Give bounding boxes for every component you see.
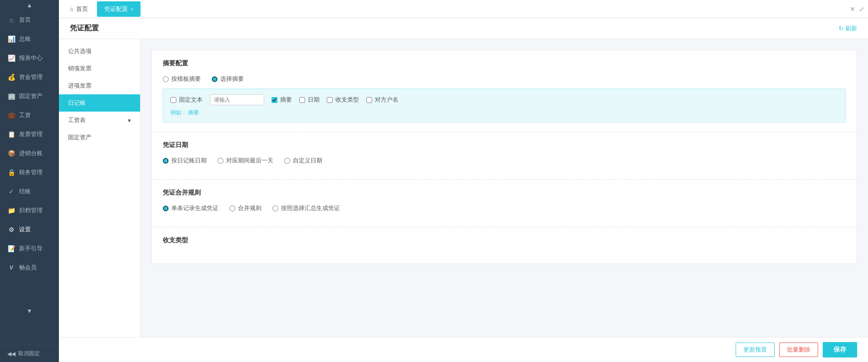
sidebar-item-assets[interactable]: 🏢 固定资产 — [0, 87, 59, 106]
voucher-date-radio-group: 按日记账日期 对应期间最后一天 自定义日期 — [163, 157, 846, 165]
ledger-icon: 📊 — [7, 35, 15, 43]
salary-icon: 💼 — [7, 112, 15, 119]
date-custom-radio-label[interactable]: 自定义日期 — [284, 157, 322, 165]
voucher-date-title: 凭证日期 — [163, 141, 846, 149]
date-custom-radio[interactable] — [284, 158, 290, 164]
merge-summary-radio[interactable] — [272, 205, 278, 211]
abstract-template-radio[interactable] — [163, 76, 169, 82]
tab-home[interactable]: ⌂ 首页 — [63, 1, 95, 17]
page-header: 凭证配置 ↻ 刷新 — [59, 18, 868, 39]
merge-single-radio-label[interactable]: 单条记录生成凭证 — [163, 204, 218, 212]
date-last-day-radio-label[interactable]: 对应期间最后一天 — [218, 157, 273, 165]
config-wrapper: 摘要配置 按模板摘要 选择摘要 — [151, 50, 857, 264]
sidebar-item-reports[interactable]: 📈 报表中心 — [0, 49, 59, 68]
income-type-section: 收支类型 — [152, 227, 857, 264]
left-nav: 公共选项 销项发票 进项发票 日记账 工资表 ▾ 固定资产 — [59, 39, 141, 337]
sidebar-item-funds[interactable]: 💰 资金管理 — [0, 68, 59, 87]
nav-item-fixed-assets[interactable]: 固定资产 — [59, 129, 140, 146]
nav-item-public[interactable]: 公共选项 — [59, 43, 140, 60]
merge-rule-radio[interactable] — [229, 205, 235, 211]
content-area: 凭证配置 ↻ 刷新 公共选项 销项发票 进项发票 日记账 — [59, 18, 868, 362]
date-journal-radio-label[interactable]: 按日记账日期 — [163, 157, 207, 165]
nav-item-journal[interactable]: 日记账 — [59, 94, 140, 112]
tab-voucher-config[interactable]: 凭证配置 × — [97, 1, 141, 17]
counterpart-checkbox-label[interactable]: 对方户名 — [366, 96, 398, 104]
home-icon: ⌂ — [7, 16, 15, 24]
nav-item-sales-invoice[interactable]: 销项发票 — [59, 60, 140, 77]
sidebar-item-tax[interactable]: 🔒 税务管理 — [0, 163, 59, 182]
batch-delete-button[interactable]: 批量删除 — [779, 342, 818, 357]
refresh-button[interactable]: ↻ 刷新 — [839, 24, 857, 33]
footer-bar: 更新预置 批量删除 保存 — [59, 337, 868, 362]
tax-icon: 🔒 — [7, 169, 15, 176]
abstract-radio-template[interactable]: 按模板摘要 — [163, 75, 201, 83]
pin-icon: ◀◀ — [7, 351, 15, 357]
save-button[interactable]: 保存 — [823, 342, 857, 357]
sidebar-scroll-up[interactable]: ▲ — [0, 0, 59, 10]
sidebar-item-purchase-sale[interactable]: 📦 进销台账 — [0, 144, 59, 163]
date-last-day-radio[interactable] — [218, 158, 223, 164]
sidebar-item-member[interactable]: V 畅会员 — [0, 258, 59, 277]
sidebar-item-ledger[interactable]: 📊 总账 — [0, 29, 59, 49]
merge-rule-radio-label[interactable]: 合并规则 — [229, 204, 262, 212]
closing-icon: ✓ — [7, 188, 15, 195]
tab-close-icon[interactable]: × — [131, 6, 133, 12]
abstract-radio-group: 按模板摘要 选择摘要 — [163, 75, 846, 83]
fixed-text-input[interactable] — [210, 94, 264, 105]
sidebar-item-invoice-mgmt[interactable]: 📋 发票管理 — [0, 125, 59, 144]
archive-icon: 📁 — [7, 207, 15, 214]
guide-icon: 📝 — [7, 245, 15, 252]
tab-bar: ⌂ 首页 凭证配置 × ✕ ⤢ — [59, 0, 868, 18]
member-icon: V — [7, 264, 15, 271]
sidebar-item-settings[interactable]: ⚙ 设置 — [0, 220, 59, 239]
abstract-select-radio[interactable] — [212, 76, 218, 82]
date-journal-radio[interactable] — [163, 158, 169, 164]
abstract-section: 摘要配置 按模板摘要 选择摘要 — [152, 50, 857, 132]
refresh-icon: ↻ — [839, 25, 844, 32]
abstract-checkbox-row: 固定文本 摘要 日期 — [170, 94, 838, 105]
fixed-text-checkbox[interactable] — [170, 97, 176, 103]
income-type-checkbox[interactable] — [327, 97, 333, 103]
merge-rule-section: 凭证合并规则 单条记录生成凭证 合并规则 — [152, 180, 857, 227]
abstract-radio-select[interactable]: 选择摘要 — [212, 75, 244, 83]
reports-icon: 📈 — [7, 54, 15, 62]
merge-rule-radio-group: 单条记录生成凭证 合并规则 按照选择汇总生成凭证 — [163, 204, 846, 212]
merge-summary-radio-label[interactable]: 按照选择汇总生成凭证 — [272, 204, 340, 212]
income-type-title: 收支类型 — [163, 236, 846, 245]
maximize-icon[interactable]: ⤢ — [859, 5, 864, 13]
sidebar-item-home[interactable]: ⌂ 首页 — [0, 10, 59, 29]
close-icon[interactable]: ✕ — [850, 5, 855, 13]
home-tab-icon: ⌂ — [70, 5, 73, 12]
nav-item-purchase-invoice[interactable]: 进项发票 — [59, 77, 140, 94]
funds-icon: 💰 — [7, 73, 15, 81]
fixed-text-checkbox-label[interactable]: 固定文本 — [170, 96, 203, 104]
date-checkbox-label[interactable]: 日期 — [299, 96, 320, 104]
sidebar-item-closing[interactable]: ✓ 结账 — [0, 182, 59, 201]
assets-icon: 🏢 — [7, 93, 15, 100]
counterpart-checkbox[interactable] — [366, 97, 372, 103]
nav-item-salary-table[interactable]: 工资表 ▾ — [59, 112, 140, 129]
income-type-checkbox-label[interactable]: 收支类型 — [327, 96, 359, 104]
main-area: ⌂ 首页 凭证配置 × ✕ ⤢ 凭证配置 ↻ 刷新 公共选项 — [59, 0, 868, 362]
sidebar-item-archive[interactable]: 📁 归档管理 — [0, 201, 59, 220]
sidebar-item-salary[interactable]: 💼 工资 — [0, 106, 59, 125]
update-preview-button[interactable]: 更新预置 — [736, 342, 775, 357]
voucher-date-section: 凭证日期 按日记账日期 对应期间最后一天 — [152, 132, 857, 179]
invoice-mgmt-icon: 📋 — [7, 131, 15, 138]
merge-rule-title: 凭证合并规则 — [163, 189, 846, 197]
chevron-down-icon: ▾ — [128, 117, 131, 124]
summary-checkbox-label[interactable]: 摘要 — [272, 96, 292, 104]
merge-single-radio[interactable] — [163, 205, 169, 211]
date-checkbox[interactable] — [299, 97, 305, 103]
purchase-sale-icon: 📦 — [7, 150, 15, 157]
right-content: 摘要配置 按模板摘要 选择摘要 — [141, 39, 868, 337]
abstract-checkbox-config: 固定文本 摘要 日期 — [163, 88, 846, 122]
settings-icon: ⚙ — [7, 226, 15, 233]
sidebar-item-guide[interactable]: 📝 新手引导 — [0, 239, 59, 258]
summary-checkbox[interactable] — [272, 97, 277, 103]
page-title: 凭证配置 — [70, 24, 99, 33]
window-controls: ✕ ⤢ — [850, 5, 864, 13]
sidebar-scroll-down[interactable]: ▼ — [0, 306, 59, 316]
sidebar: ▲ ⌂ 首页 📊 总账 📈 报表中心 💰 资金管理 🏢 固定资产 💼 工资 📋 … — [0, 0, 59, 362]
cancel-fixed-button[interactable]: ◀◀ 取消固定 — [0, 345, 59, 362]
